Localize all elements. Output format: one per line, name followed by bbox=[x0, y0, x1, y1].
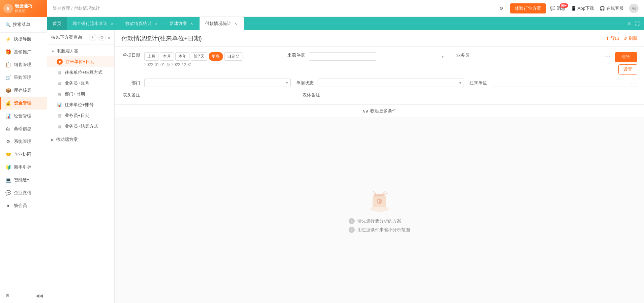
topbar: 资金管理 / 付款情况统计 ⚙ 体验行业方案 💬 消息 99+ 📱 App下载 … bbox=[47, 0, 644, 17]
sidebar-item-guide[interactable]: 🔰新手引导 bbox=[0, 161, 47, 174]
status-select[interactable] bbox=[318, 79, 464, 87]
nav-label-guide: 新手引导 bbox=[14, 164, 31, 170]
sidebar-nav: ⚡快捷导航🎁营销推广📋销售管理🛒采购管理📦库存核算💰资金管理📊经营管理🗂基础信息… bbox=[0, 33, 47, 288]
sidebar-item-shortcut[interactable]: ⚡快捷导航 bbox=[0, 33, 47, 46]
scheme-item-partner_account[interactable]: 📊往来单位+账号 bbox=[47, 99, 114, 110]
scheme-icon-partner_account: 📊 bbox=[57, 102, 62, 108]
scheme-collapse-icon[interactable]: « bbox=[108, 35, 110, 40]
this-year-btn[interactable]: 本年 bbox=[175, 52, 189, 61]
sidebar-item-finance[interactable]: 💰资金管理 bbox=[0, 97, 47, 110]
more-date-btn[interactable]: 更多 bbox=[209, 52, 223, 61]
scheme-item-partner_date[interactable]: 往来单位+日期 bbox=[47, 56, 114, 67]
scheme-item-staff_settle[interactable]: ▦业务员+结算方式 bbox=[47, 121, 114, 132]
svg-line-7 bbox=[373, 191, 376, 194]
nav-label-inventory: 库存核算 bbox=[14, 87, 31, 93]
message-icon: 💬 bbox=[550, 6, 555, 11]
tab-close-new_scheme[interactable]: ✕ bbox=[189, 21, 194, 26]
tab-payment[interactable]: 付款情况统计✕ bbox=[200, 17, 244, 30]
tip-num-2: 2 bbox=[349, 227, 355, 233]
settings-gear-icon[interactable]: ⚙ bbox=[3, 291, 12, 300]
sidebar-item-system[interactable]: ⚙系统管理 bbox=[0, 135, 47, 148]
sidebar-item-inventory[interactable]: 📦库存核算 bbox=[0, 84, 47, 97]
body-note-input[interactable] bbox=[324, 91, 477, 99]
staff-input[interactable] bbox=[473, 52, 611, 60]
content-area: 按以下方案查询 + ⚙ « ▼ 电脑端方案 往来单位+日期▦往来单位+结算方式▦… bbox=[47, 30, 644, 303]
partner-input-wrap: ··· bbox=[491, 79, 637, 87]
sidebar-item-hardware[interactable]: 💻智能硬件 bbox=[0, 174, 47, 186]
staff-label: 业务员 bbox=[450, 52, 469, 58]
sidebar-item-enterprise[interactable]: 🤝企业协同 bbox=[0, 148, 47, 161]
nav-icon-shortcut: ⚡ bbox=[5, 36, 11, 42]
scheme-item-staff_date[interactable]: ▦业务员+日期 bbox=[47, 110, 114, 121]
date-range-text: 2022-01-01 至 2022-12-31 bbox=[144, 62, 282, 68]
sidebar-item-purchase[interactable]: 🛒采购管理 bbox=[0, 71, 47, 84]
message-btn[interactable]: 💬 消息 99+ bbox=[550, 5, 565, 11]
partner-dots-btn[interactable]: ··· bbox=[631, 80, 637, 86]
nav-label-member: 畅会员 bbox=[14, 203, 27, 209]
status-select-wrap bbox=[318, 79, 464, 87]
scheme-item-dept_date[interactable]: ▦部门+日期 bbox=[47, 89, 114, 99]
partner-input[interactable] bbox=[491, 79, 637, 87]
nav-icon-system: ⚙ bbox=[5, 139, 11, 145]
close-window-btn[interactable]: ✕ bbox=[626, 21, 632, 26]
tab-label-new_scheme: 新建方案 bbox=[170, 21, 187, 27]
collapse-sidebar-btn[interactable]: ◀◀ bbox=[35, 291, 44, 300]
tab-close-cashflow[interactable]: ✕ bbox=[110, 21, 114, 26]
tab-close-receipt[interactable]: ✕ bbox=[154, 21, 158, 26]
tab-receipt[interactable]: 收款情况统计✕ bbox=[120, 17, 164, 30]
online-service-btn[interactable]: 🎧 在线客服 bbox=[599, 5, 624, 11]
sidebar-item-basic[interactable]: 🗂基础信息 bbox=[0, 122, 47, 135]
trial-btn[interactable]: 体验行业方案 bbox=[510, 3, 546, 13]
scheme-icon-staff_account: ▦ bbox=[57, 81, 62, 86]
filter-area: 单据日期 上月 本月 本年 近7天 更多 自定义 2022-01-01 至 20… bbox=[115, 47, 644, 105]
staff-dots-btn[interactable]: ··· bbox=[605, 54, 611, 59]
add-scheme-btn[interactable]: + bbox=[89, 34, 96, 41]
source-select[interactable] bbox=[309, 52, 376, 61]
last-7days-btn[interactable]: 近7天 bbox=[191, 52, 207, 61]
scheme-items-list: 往来单位+日期▦往来单位+结算方式▦业务员+账号▦部门+日期📊往来单位+账号▦业… bbox=[47, 56, 114, 132]
topbar-gear-icon[interactable]: ⚙ bbox=[497, 4, 506, 13]
body-note-label: 表体备注 bbox=[301, 92, 320, 98]
sidebar-item-marketing[interactable]: 🎁营销推广 bbox=[0, 46, 47, 58]
tab-new_scheme[interactable]: 新建方案✕ bbox=[164, 17, 200, 30]
phone-icon: 📱 bbox=[571, 6, 576, 11]
tab-home[interactable]: 首页 bbox=[47, 17, 67, 30]
tab-label-payment: 付款情况统计 bbox=[205, 21, 231, 27]
scheme-label-staff_account: 业务员+账号 bbox=[65, 80, 89, 86]
tab-close-payment[interactable]: ✕ bbox=[233, 21, 238, 26]
sidebar-item-member[interactable]: ♦畅会员 bbox=[0, 199, 47, 212]
sidebar-item-sales[interactable]: 📋销售管理 bbox=[0, 58, 47, 71]
page-header: 付款情况统计(往来单位+日期) ⬆ 导出 ↺ 刷新 bbox=[115, 30, 644, 47]
filter-settings-btn[interactable]: 设置 bbox=[618, 64, 637, 74]
avatar[interactable]: Rit bbox=[629, 4, 639, 13]
mobile-group-arrow-icon: ▶ bbox=[51, 138, 54, 142]
this-month-btn[interactable]: 本月 bbox=[160, 52, 174, 61]
collapse-conditions-bar[interactable]: ∧∧ 收起更多条件 bbox=[115, 105, 644, 117]
scheme-item-staff_account[interactable]: ▦业务员+账号 bbox=[47, 78, 114, 89]
sidebar-item-operation[interactable]: 📊经营管理 bbox=[0, 110, 47, 122]
svg-rect-2 bbox=[374, 194, 384, 196]
dept-select[interactable] bbox=[144, 79, 291, 87]
svg-point-3 bbox=[377, 199, 382, 204]
nav-icon-marketing: 🎁 bbox=[5, 49, 11, 55]
header-note-input[interactable] bbox=[144, 91, 297, 99]
mobile-group-header[interactable]: ▶ 移动端方案 bbox=[47, 134, 114, 145]
query-btn[interactable]: 查询 bbox=[615, 52, 637, 62]
app-download-btn[interactable]: 📱 App下载 bbox=[571, 5, 594, 11]
scheme-item-partner_settle[interactable]: ▦往来单位+结算方式 bbox=[47, 67, 114, 78]
scheme-icon-staff_date: ▦ bbox=[57, 113, 62, 118]
tab-label-receipt: 收款情况统计 bbox=[125, 21, 152, 27]
sidebar-item-weixin[interactable]: 💬企业微信 bbox=[0, 186, 47, 199]
tab-cashflow[interactable]: 现金银行流水查询✕ bbox=[67, 17, 120, 30]
search-menu-item[interactable]: 🔍 搜索菜单 bbox=[3, 20, 44, 30]
scheme-settings-btn[interactable]: ⚙ bbox=[98, 34, 106, 41]
nav-label-purchase: 采购管理 bbox=[14, 74, 31, 81]
last-month-btn[interactable]: 上月 bbox=[144, 52, 158, 61]
refresh-btn[interactable]: ↺ 刷新 bbox=[623, 35, 637, 41]
custom-date-btn[interactable]: 自定义 bbox=[224, 52, 242, 61]
nav-label-finance: 资金管理 bbox=[14, 100, 31, 106]
export-btn[interactable]: ⬆ 导出 bbox=[606, 35, 619, 41]
nav-label-weixin: 企业微信 bbox=[14, 190, 31, 196]
desktop-group-header[interactable]: ▼ 电脑端方案 bbox=[47, 46, 114, 56]
maximize-window-btn[interactable]: ⛶ bbox=[635, 21, 640, 26]
